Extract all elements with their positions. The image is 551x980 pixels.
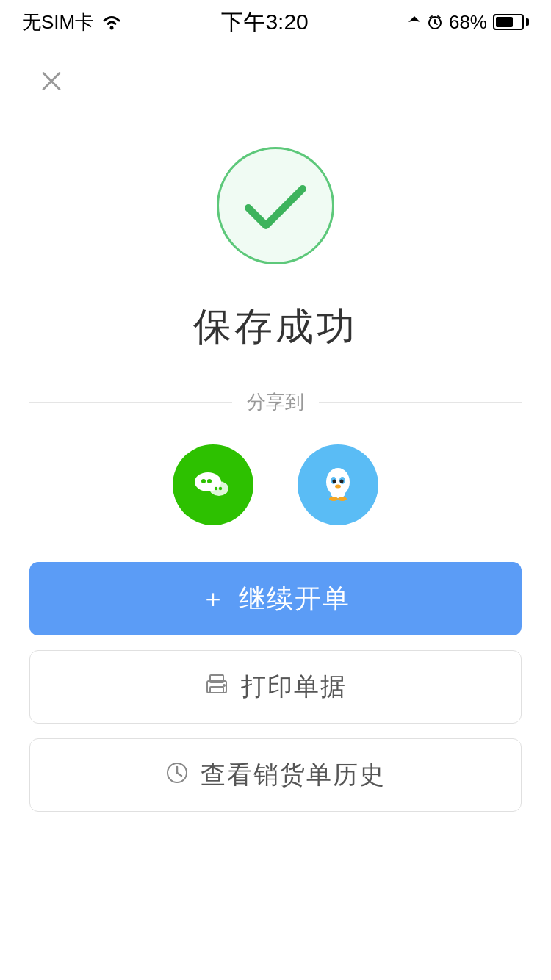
status-bar: 无SIM卡 下午3:20 68%: [0, 0, 551, 44]
divider-left: [29, 402, 232, 403]
share-wechat-button[interactable]: [173, 444, 253, 525]
print-label: 打印单据: [241, 670, 347, 704]
action-buttons: ＋ 继续开单 打印单据 查看销货单历史: [29, 562, 522, 812]
main-content: 保存成功 分享到: [0, 88, 551, 980]
svg-point-19: [329, 497, 338, 501]
close-button[interactable]: [29, 59, 73, 103]
svg-point-20: [338, 497, 347, 501]
clock-svg: [165, 761, 189, 785]
svg-point-15: [333, 480, 336, 483]
share-divider: 分享到: [29, 389, 522, 415]
share-qq-button[interactable]: [298, 444, 378, 525]
continue-label: 继续开单: [239, 581, 350, 617]
svg-point-17: [340, 480, 344, 483]
svg-rect-23: [210, 687, 223, 693]
share-section: 分享到: [29, 389, 522, 525]
plus-icon: ＋: [201, 582, 227, 616]
success-icon-circle: [217, 147, 334, 264]
svg-line-27: [177, 773, 181, 776]
location-icon: [408, 15, 421, 29]
status-right: 68%: [408, 11, 529, 34]
svg-point-0: [110, 26, 114, 30]
printer-svg: [204, 674, 229, 696]
printer-icon: [204, 674, 229, 701]
svg-point-24: [223, 684, 226, 687]
status-time: 下午3:20: [221, 7, 308, 37]
battery-indicator: [493, 14, 529, 30]
status-carrier: 无SIM卡: [22, 10, 122, 35]
svg-point-11: [219, 487, 222, 490]
svg-point-8: [207, 479, 212, 483]
share-label: 分享到: [247, 389, 304, 415]
qq-icon: [314, 461, 361, 508]
success-title: 保存成功: [193, 301, 358, 353]
clock-icon: [165, 761, 189, 790]
wifi-icon: [101, 14, 122, 30]
svg-point-7: [201, 479, 206, 483]
checkmark-icon: [242, 180, 309, 231]
battery-pct: 68%: [449, 11, 487, 34]
wechat-icon: [190, 461, 237, 508]
history-label: 查看销货单历史: [201, 758, 386, 792]
share-icons-row: [29, 444, 522, 525]
svg-point-10: [215, 487, 217, 490]
svg-line-3: [435, 23, 437, 24]
continue-button[interactable]: ＋ 继续开单: [29, 562, 522, 635]
print-button[interactable]: 打印单据: [29, 650, 522, 724]
divider-right: [319, 402, 522, 403]
svg-point-18: [335, 485, 341, 489]
history-button[interactable]: 查看销货单历史: [29, 738, 522, 812]
alarm-icon: [427, 14, 443, 30]
